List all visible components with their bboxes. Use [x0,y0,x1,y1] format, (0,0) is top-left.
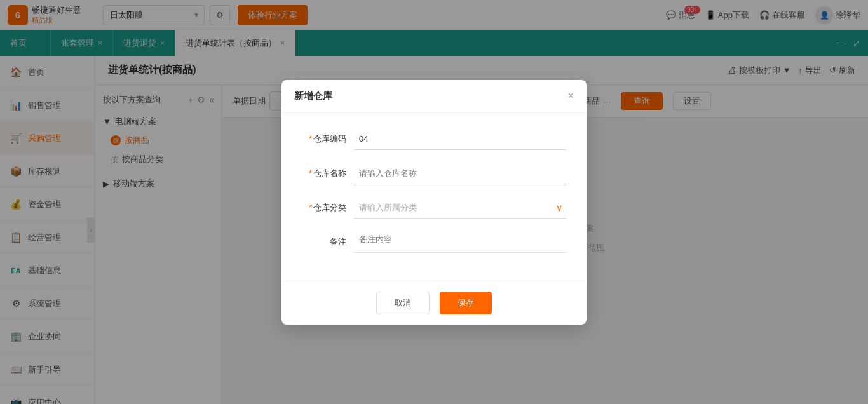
field-name-label: 仓库名称 [302,168,346,179]
modal-field-remark: 备注 [302,231,566,253]
field-remark-label: 备注 [302,236,346,248]
modal-field-code: 仓库编码 [302,128,566,150]
modal-header: 新增仓库 × [281,80,587,113]
modal-close-button[interactable]: × [568,90,574,102]
modal-overlay: 新增仓库 × 仓库编码 仓库名称 仓库分类 请输入所属分类 [0,0,868,404]
warehouse-category-select[interactable]: 请输入所属分类 [354,197,566,219]
save-button[interactable]: 保存 [440,292,492,314]
modal-footer: 取消 保存 [281,281,587,325]
cancel-button[interactable]: 取消 [376,292,430,314]
modal-field-name: 仓库名称 [302,163,566,184]
modal-field-category: 仓库分类 请输入所属分类 ∨ [302,197,566,219]
add-warehouse-modal: 新增仓库 × 仓库编码 仓库名称 仓库分类 请输入所属分类 [281,80,587,325]
field-category-label: 仓库分类 [302,202,346,213]
warehouse-code-input[interactable] [354,128,566,150]
modal-title: 新增仓库 [294,90,332,102]
warehouse-name-input[interactable] [354,163,566,184]
warehouse-remark-input[interactable] [354,231,566,253]
field-code-label: 仓库编码 [302,133,346,145]
modal-select-wrap: 请输入所属分类 ∨ [354,197,566,219]
modal-body: 仓库编码 仓库名称 仓库分类 请输入所属分类 ∨ 备注 [281,113,587,281]
